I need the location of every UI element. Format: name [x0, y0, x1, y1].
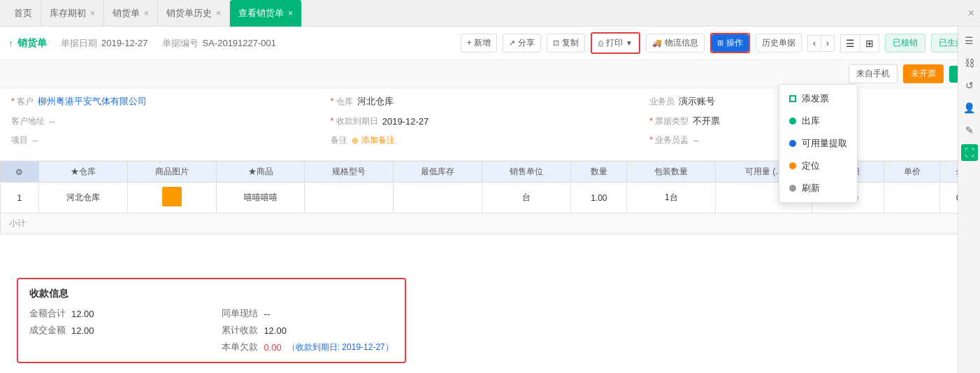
refresh-label: 刷新: [802, 182, 820, 195]
new-button[interactable]: + 新增: [461, 34, 497, 52]
col-pack-qty: 包装数量: [627, 162, 716, 183]
locate-icon: [789, 162, 796, 169]
same-order-value: --: [264, 309, 270, 319]
history-button[interactable]: 历史单据: [756, 34, 802, 52]
project-label: 项目: [11, 134, 28, 146]
col-min-stock: 最低库存: [394, 162, 482, 183]
cumulative-payment-value: 12.00: [264, 325, 287, 336]
print-button[interactable]: ⎙ 打印 ▼: [593, 34, 638, 52]
tab-view-sales[interactable]: 查看销货单 ×: [230, 0, 302, 27]
copy-button-label: 复制: [562, 37, 579, 49]
customer-value[interactable]: 柳州粤港平安气体有限公司: [38, 95, 147, 108]
locate-item[interactable]: 定位: [779, 155, 857, 177]
print-button-area: ⎙ 打印 ▼: [591, 32, 640, 54]
tab-sales-history-close[interactable]: ×: [216, 8, 221, 18]
product-image: [162, 187, 182, 206]
col-gear[interactable]: ⚙: [1, 162, 39, 183]
refresh-item[interactable]: 刷新: [779, 177, 857, 199]
tab-sales-order-close[interactable]: ×: [144, 8, 149, 18]
ticket-type-value: 不开票: [693, 115, 720, 127]
doc-title: ↑ 销货单: [8, 37, 47, 50]
print-button-label: 打印: [606, 37, 623, 49]
list-view-button[interactable]: ☰: [840, 34, 860, 52]
add-invoice-icon: [789, 95, 796, 102]
copy-button[interactable]: ⊡ 复制: [547, 34, 585, 52]
row-quantity: 1.00: [571, 183, 627, 213]
tab-view-sales-label: 查看销货单: [238, 7, 284, 20]
payment-title: 收款信息: [29, 288, 394, 300]
tab-home-label: 首页: [14, 7, 32, 20]
operations-button-label: 操作: [726, 37, 743, 49]
refresh-icon: [789, 185, 796, 192]
add-note-button[interactable]: ⊕ 添加备注: [352, 134, 395, 146]
subtotal-label: 小计: [1, 213, 980, 234]
sold-badge: 已核销: [885, 34, 925, 52]
operations-button[interactable]: ⊞ 操作: [712, 34, 749, 52]
balance-label: 本单欠款: [222, 341, 258, 353]
due-date-field: 收款到期日 2019-12-27: [331, 115, 650, 127]
next-button[interactable]: ›: [821, 35, 835, 52]
toolbar: + 新增 ↗ 分享 ⊡ 复制 ⎙ 打印 ▼: [461, 32, 972, 54]
row-warehouse: 河北仓库: [38, 183, 127, 213]
right-icon-4[interactable]: 👤: [961, 99, 978, 116]
sales-staff-label: 业务员盂: [649, 134, 689, 146]
sales-staff-value: --: [693, 135, 699, 146]
right-icon-2[interactable]: ⛓: [961, 55, 978, 71]
tab-view-sales-close[interactable]: ×: [288, 8, 293, 18]
payment-section: 收款信息 金额合计 12.00 同单现结 -- 成交金额 12.00: [0, 268, 980, 373]
payment-box: 收款信息 金额合计 12.00 同单现结 -- 成交金额 12.00: [17, 278, 406, 363]
tab-sales-order-label: 销货单: [113, 7, 140, 20]
out-warehouse-label: 出库: [802, 115, 820, 127]
right-icon-5[interactable]: ✎: [961, 122, 978, 139]
total-amount-label: 金额合计: [29, 307, 66, 320]
from-phone-button[interactable]: 来自手机: [849, 64, 898, 83]
prev-button[interactable]: ‹: [807, 35, 821, 52]
doc-type-icon: ↑: [8, 38, 13, 49]
col-sales-unit: 销售单位: [482, 162, 571, 183]
out-warehouse-icon: [789, 118, 796, 125]
row-spec: [305, 183, 394, 213]
row-unit-price: [884, 183, 940, 213]
logistics-button[interactable]: 🚚 物流信息: [646, 34, 705, 52]
out-warehouse-item[interactable]: 出库: [779, 110, 857, 132]
add-invoice-label: 添发票: [802, 92, 829, 105]
view-toggle: ☰ ⊞: [840, 34, 879, 52]
tab-inventory-init-close[interactable]: ×: [90, 8, 95, 18]
row-sales-unit: 台: [482, 183, 571, 213]
doc-number-value: SA-20191227-001: [203, 38, 277, 48]
row-product: 嘻嘻嘻嘻: [216, 183, 305, 213]
grid-view-button[interactable]: ⊞: [860, 34, 879, 52]
staff-label: 业务员: [649, 96, 675, 108]
not-opened-button[interactable]: 未开票: [903, 64, 944, 83]
available-qty-item[interactable]: 可用量提取: [779, 132, 857, 155]
due-date-label: 收款到期日: [331, 115, 378, 127]
same-order-row: 同单现结 --: [222, 307, 393, 320]
share-button[interactable]: ↗ 分享: [503, 34, 541, 52]
deal-amount-value: 12.00: [71, 325, 94, 336]
right-panel: ☰ ⛓ ↺ 👤 ✎ ⛶: [958, 27, 980, 373]
tab-sales-order[interactable]: 销货单 ×: [104, 0, 158, 27]
locate-label: 定位: [802, 160, 820, 172]
project-field: 项目 --: [11, 134, 331, 146]
doc-meta: 单据日期 2019-12-27 单据编号 SA-20191227-001: [61, 37, 276, 50]
share-button-label: 分享: [518, 37, 535, 49]
doc-number-label: 单据编号: [162, 37, 199, 50]
address-value: --: [49, 116, 55, 127]
doc-date-label: 单据日期: [61, 37, 97, 50]
tab-sales-history[interactable]: 销货单历史 ×: [158, 0, 230, 27]
add-note-label: 添加备注: [361, 134, 395, 146]
add-invoice-item[interactable]: 添发票: [779, 87, 857, 110]
warehouse-label: 仓库: [331, 96, 353, 108]
right-icon-1[interactable]: ☰: [961, 32, 978, 49]
right-icon-expand[interactable]: ⛶: [961, 144, 978, 161]
window-close-button[interactable]: ×: [968, 7, 974, 20]
col-warehouse: ★仓库: [38, 162, 127, 183]
col-spec: 规格型号: [305, 162, 394, 183]
not-opened-label: 未开票: [911, 68, 936, 80]
tab-inventory-init[interactable]: 库存期初 ×: [41, 0, 104, 27]
deal-amount-label: 成交金额: [29, 324, 66, 337]
available-qty-label: 可用量提取: [802, 137, 847, 150]
balance-row: 本单欠款 0.00 （收款到期日: 2019-12-27）: [222, 341, 393, 353]
tab-home[interactable]: 首页: [6, 0, 41, 27]
right-icon-3[interactable]: ↺: [961, 77, 978, 94]
